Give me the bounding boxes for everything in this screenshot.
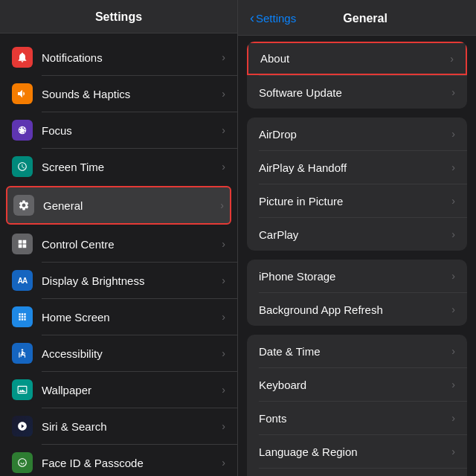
right-group-2: iPhone Storage›Background App Refresh› xyxy=(247,260,467,326)
right-item-airdrop[interactable]: AirDrop› xyxy=(247,118,467,150)
accessibility-label: Accessibility xyxy=(42,347,222,360)
wallpaper-chevron: › xyxy=(222,384,225,396)
about-label: About xyxy=(260,52,450,65)
notifications-label: Notifications xyxy=(42,51,222,64)
wallpaper-icon xyxy=(12,379,33,400)
sounds-chevron: › xyxy=(222,88,225,100)
pip-label: Picture in Picture xyxy=(259,195,451,208)
focus-label: Focus xyxy=(42,124,222,137)
right-title: General xyxy=(302,12,428,25)
right-group-1: AirDrop›AirPlay & Handoff›Picture in Pic… xyxy=(247,118,467,251)
settings-item-focus[interactable]: Focus› xyxy=(0,112,237,148)
control-centre-icon xyxy=(12,234,33,254)
back-chevron-icon: ‹ xyxy=(250,10,254,26)
home-screen-icon xyxy=(12,306,33,327)
carplay-chevron-icon: › xyxy=(451,228,455,240)
right-item-about[interactable]: About› xyxy=(247,42,467,75)
right-item-airplay[interactable]: AirPlay & Handoff› xyxy=(247,151,467,184)
left-panel: Settings Notifications›Sounds & Haptics›… xyxy=(0,0,238,476)
right-header: ‹ Settings General xyxy=(238,0,476,36)
airplay-chevron-icon: › xyxy=(451,161,455,173)
screen-time-label: Screen Time xyxy=(42,161,222,173)
date-time-label: Date & Time xyxy=(259,345,451,358)
carplay-label: CarPlay xyxy=(259,228,451,241)
keyboard-label: Keyboard xyxy=(259,379,451,391)
background-refresh-label: Background App Refresh xyxy=(259,303,451,316)
settings-item-sounds[interactable]: Sounds & Haptics› xyxy=(0,76,237,112)
settings-item-general[interactable]: General› xyxy=(6,186,231,225)
airplay-label: AirPlay & Handoff xyxy=(259,161,451,174)
airdrop-label: AirDrop xyxy=(259,128,451,141)
face-id-label: Face ID & Passcode xyxy=(42,457,222,469)
left-group-0: Notifications›Sounds & Haptics›Focus›Scr… xyxy=(0,39,237,184)
control-centre-label: Control Centre xyxy=(42,238,222,251)
airdrop-chevron-icon: › xyxy=(451,128,455,140)
settings-item-face-id[interactable]: Face ID & Passcode› xyxy=(0,445,237,476)
sounds-label: Sounds & Haptics xyxy=(42,88,222,100)
fonts-label: Fonts xyxy=(259,412,451,425)
settings-item-display[interactable]: AADisplay & Brightness› xyxy=(0,263,237,298)
settings-item-home-screen[interactable]: Home Screen› xyxy=(0,299,237,335)
accessibility-chevron: › xyxy=(222,347,225,359)
left-group-2: Control Centre›AADisplay & Brightness›Ho… xyxy=(0,226,237,476)
iphone-storage-chevron-icon: › xyxy=(451,270,455,282)
right-list: About›Software Update›AirDrop›AirPlay & … xyxy=(238,36,476,476)
sounds-icon xyxy=(12,83,33,104)
settings-item-wallpaper[interactable]: Wallpaper› xyxy=(0,372,237,408)
left-header: Settings xyxy=(0,0,237,33)
language-region-label: Language & Region xyxy=(259,446,451,458)
settings-list: Notifications›Sounds & Haptics›Focus›Scr… xyxy=(0,33,237,476)
right-item-software-update[interactable]: Software Update› xyxy=(247,76,467,109)
accessibility-icon xyxy=(12,343,33,364)
right-item-language-region[interactable]: Language & Region› xyxy=(247,435,467,468)
notifications-icon xyxy=(12,47,33,68)
right-item-pip[interactable]: Picture in Picture› xyxy=(247,184,467,217)
display-chevron: › xyxy=(222,274,225,286)
settings-item-accessibility[interactable]: Accessibility› xyxy=(0,335,237,371)
fonts-chevron-icon: › xyxy=(451,412,455,424)
software-update-chevron-icon: › xyxy=(451,86,455,98)
svg-point-0 xyxy=(22,349,23,350)
siri-label: Siri & Search xyxy=(42,420,222,433)
siri-icon xyxy=(12,416,33,437)
about-chevron-icon: › xyxy=(450,53,454,65)
general-label: General xyxy=(43,199,220,212)
left-group-1: General› xyxy=(0,186,237,225)
right-group-0: About›Software Update› xyxy=(247,42,467,109)
settings-item-notifications[interactable]: Notifications› xyxy=(0,39,237,75)
face-id-chevron: › xyxy=(222,457,225,469)
pip-chevron-icon: › xyxy=(451,195,455,207)
notifications-chevron: › xyxy=(222,51,225,63)
right-panel: ‹ Settings General About›Software Update… xyxy=(238,0,476,476)
right-item-background-refresh[interactable]: Background App Refresh› xyxy=(247,293,467,326)
software-update-label: Software Update xyxy=(259,86,451,99)
right-item-carplay[interactable]: CarPlay› xyxy=(247,218,467,251)
settings-item-siri[interactable]: Siri & Search› xyxy=(0,408,237,444)
back-button[interactable]: ‹ Settings xyxy=(250,10,296,26)
right-item-dictionary[interactable]: Dictionary› xyxy=(247,469,467,476)
right-group-3: Date & Time›Keyboard›Fonts›Language & Re… xyxy=(247,335,467,476)
focus-icon xyxy=(12,120,33,141)
siri-chevron: › xyxy=(222,420,225,432)
settings-item-screen-time[interactable]: Screen Time› xyxy=(0,149,237,184)
settings-item-control-centre[interactable]: Control Centre› xyxy=(0,226,237,262)
general-chevron: › xyxy=(220,199,224,211)
display-label: Display & Brightness xyxy=(42,274,222,287)
background-refresh-chevron-icon: › xyxy=(451,303,455,315)
language-region-chevron-icon: › xyxy=(451,446,455,457)
right-item-iphone-storage[interactable]: iPhone Storage› xyxy=(247,260,467,292)
wallpaper-label: Wallpaper xyxy=(42,384,222,396)
right-item-keyboard[interactable]: Keyboard› xyxy=(247,368,467,401)
keyboard-chevron-icon: › xyxy=(451,379,455,390)
iphone-storage-label: iPhone Storage xyxy=(259,270,451,283)
right-item-date-time[interactable]: Date & Time› xyxy=(247,335,467,367)
screen-time-icon xyxy=(12,156,33,177)
control-centre-chevron: › xyxy=(222,238,225,250)
home-screen-label: Home Screen xyxy=(42,311,222,324)
left-title: Settings xyxy=(95,10,142,23)
right-item-fonts[interactable]: Fonts› xyxy=(247,402,467,434)
general-icon xyxy=(13,195,34,216)
date-time-chevron-icon: › xyxy=(451,345,455,357)
screen-time-chevron: › xyxy=(222,161,225,173)
back-label: Settings xyxy=(256,12,296,25)
